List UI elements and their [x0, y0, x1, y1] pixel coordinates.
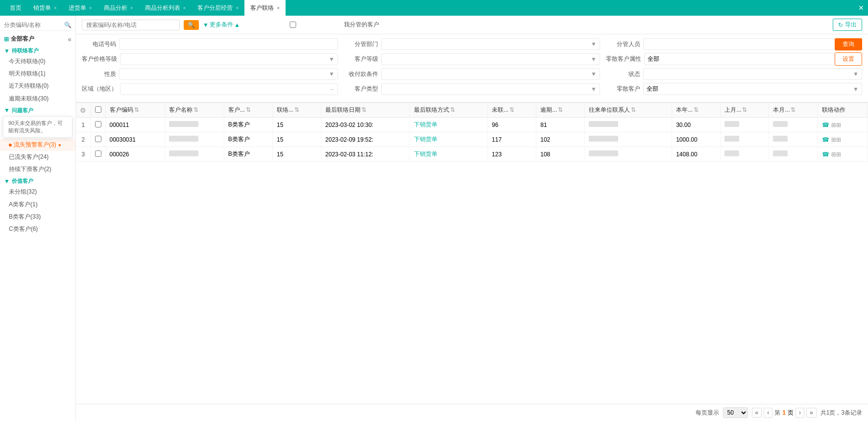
- row-checkbox-2[interactable]: [91, 147, 105, 162]
- my-customers-checkbox[interactable]: [244, 22, 342, 28]
- sort-icon-contact2: ⇅: [631, 106, 636, 113]
- row-contact-1: 15: [272, 132, 321, 147]
- row-overdue-1: 102: [536, 132, 585, 147]
- filter-select-3-1[interactable]: ▼: [381, 83, 600, 95]
- sidebar-item-2-1[interactable]: A类客户(1): [0, 198, 75, 211]
- export-button[interactable]: ↻ 导出: [833, 19, 862, 31]
- filter-input-0-0[interactable]: [119, 38, 338, 50]
- per-page-select[interactable]: 50 100 200: [723, 407, 748, 418]
- action-icon-phone-2[interactable]: ☎: [822, 151, 829, 158]
- tab-close-客户分层经营[interactable]: ×: [236, 5, 239, 11]
- filter-label-0-2: 分管人员: [606, 40, 640, 49]
- tab-close-销货单[interactable]: ×: [54, 5, 57, 11]
- pager: « ‹ 第 1 页 › »: [752, 408, 817, 418]
- sidebar-search-input[interactable]: [4, 22, 64, 28]
- tab-close-商品分析[interactable]: ×: [130, 5, 133, 11]
- col-header-lastDate[interactable]: 最后联络日期⇅: [321, 103, 410, 118]
- row-last-method-0[interactable]: 下销货单: [410, 118, 488, 132]
- col-header-contact[interactable]: 联络...⇅: [272, 103, 321, 118]
- tab-商品分析[interactable]: 商品分析×: [98, 0, 139, 16]
- query-button[interactable]: 查询: [835, 38, 862, 50]
- col-header-type[interactable]: 客户...⇅: [224, 103, 272, 118]
- col-header-code[interactable]: 客户编码⇅: [105, 103, 165, 118]
- prev-page-btn[interactable]: ‹: [764, 408, 772, 418]
- row-this-year-1: 1000.00: [672, 132, 721, 147]
- filter-select-2-1[interactable]: ▼: [381, 68, 600, 80]
- col-header-thisYear[interactable]: 本年...⇅: [672, 103, 721, 118]
- search-input[interactable]: [82, 20, 180, 30]
- sidebar-item-1-2[interactable]: 持续下滑客户(2): [0, 163, 75, 175]
- sidebar-item-2-0[interactable]: 未分组(32): [0, 186, 75, 198]
- row-checkbox-1[interactable]: [91, 132, 105, 147]
- all-customers-header[interactable]: ⊞ 全部客户 «: [0, 33, 75, 45]
- last-page-btn[interactable]: »: [806, 408, 817, 418]
- sidebar-item-1-0[interactable]: 流失预警客户(3)●: [0, 139, 75, 151]
- settings-gear-icon[interactable]: ⚙: [80, 106, 86, 114]
- tab-首页[interactable]: 首页: [4, 0, 27, 16]
- sidebar-item-0-0[interactable]: 今天待联络(0): [0, 55, 75, 68]
- row-this-year-2: 1408.00: [672, 147, 721, 162]
- tab-close-进货单[interactable]: ×: [89, 5, 92, 11]
- last-method-link-0[interactable]: 下销货单: [414, 121, 437, 128]
- my-customers-filter: 我分管的客户: [244, 21, 379, 29]
- tab-销货单[interactable]: 销货单×: [27, 0, 63, 16]
- sort-icon-name: ⇅: [193, 106, 198, 113]
- col-header-thisMonth[interactable]: 本月...⇅: [769, 103, 818, 118]
- settings-button[interactable]: 设置: [835, 52, 862, 66]
- next-page-btn[interactable]: ›: [796, 408, 804, 418]
- tab-客户联络[interactable]: 客户联络×: [244, 0, 286, 16]
- action-icon-phone-0[interactable]: ☎: [822, 122, 829, 128]
- filter-select-1-2[interactable]: 全部▼: [644, 53, 862, 65]
- sidebar-search-container: 🔍: [0, 20, 75, 31]
- col-header-overdue[interactable]: 逾期...⇅: [536, 103, 585, 118]
- tab-close-客户联络[interactable]: ×: [277, 5, 280, 11]
- action-icon-more-0[interactable]: ⊞⊞: [831, 122, 841, 128]
- tab-close-商品分析列表[interactable]: ×: [183, 5, 186, 11]
- filter-more-3-0[interactable]: ···: [120, 83, 338, 95]
- sidebar-section-title-1[interactable]: ▼问题客户: [0, 105, 75, 115]
- select-all-checkbox[interactable]: [95, 106, 101, 113]
- filter-label-1-0: 客户价格等级: [82, 55, 117, 63]
- sidebar-item-1-1[interactable]: 已流失客户(24): [0, 151, 75, 163]
- sidebar-section-title-0[interactable]: ▼待联络客户: [0, 45, 75, 55]
- row-type-1: B类客户: [224, 132, 272, 147]
- filter-select-3-2[interactable]: 全部▼: [643, 83, 862, 95]
- last-method-link-2[interactable]: 下销货单: [414, 150, 437, 157]
- filter-select-more-0-2[interactable]: ···: [643, 38, 862, 50]
- sidebar-item-0-1[interactable]: 明天待联络(1): [0, 68, 75, 80]
- row-checkbox-0[interactable]: [91, 118, 105, 132]
- row-last-date-2: 2023-02-03 11:12:: [321, 147, 410, 162]
- more-conditions-btn[interactable]: ▼ 更多条件 ▲: [203, 21, 240, 29]
- page-label-prefix: 第: [774, 409, 780, 417]
- search-button[interactable]: 🔍: [184, 20, 199, 30]
- filter-select-1-0[interactable]: ▼: [120, 53, 338, 65]
- col-header-contact2[interactable]: 往来单位联系人⇅: [585, 103, 672, 118]
- sidebar-item-0-3[interactable]: 逾期未联络(30): [0, 93, 75, 105]
- col-header-lastMonth[interactable]: 上月...⇅: [721, 103, 769, 118]
- sidebar-item-0-2[interactable]: 近7天待联络(0): [0, 80, 75, 92]
- col-header-lastMethod[interactable]: 最后联络方式⇅: [410, 103, 488, 118]
- tab-进货单[interactable]: 进货单×: [63, 0, 98, 16]
- tab-商品分析列表[interactable]: 商品分析列表×: [139, 0, 192, 16]
- last-method-link-1[interactable]: 下销货单: [414, 136, 437, 143]
- filter-select-1-1[interactable]: ▼: [381, 53, 600, 65]
- filter-select-2-0[interactable]: ▼: [119, 68, 338, 80]
- col-header-uncontacted[interactable]: 未联...⇅: [488, 103, 536, 118]
- sidebar-item-2-3[interactable]: C类客户(6): [0, 223, 75, 235]
- tab-客户分层经营[interactable]: 客户分层经营×: [192, 0, 244, 16]
- sidebar-section-title-2[interactable]: ▼价值客户: [0, 175, 75, 186]
- row-last-method-2[interactable]: 下销货单: [410, 147, 488, 162]
- filter-cell-0-2: 分管人员···: [606, 38, 862, 50]
- row-last-method-1[interactable]: 下销货单: [410, 132, 488, 147]
- filter-row-0: 电话号码分管部门▼分管人员···: [82, 38, 862, 50]
- row-this-month-1: [769, 132, 818, 147]
- close-all-tabs-btn[interactable]: ✕: [858, 4, 864, 12]
- filter-select-2-2[interactable]: ▼: [643, 68, 862, 80]
- first-page-btn[interactable]: «: [752, 408, 762, 418]
- action-icon-phone-1[interactable]: ☎: [822, 136, 829, 143]
- filter-select-0-1[interactable]: ▼: [381, 38, 600, 50]
- col-header-name[interactable]: 客户名称⇅: [165, 103, 224, 118]
- sidebar-item-2-2[interactable]: B类客户(33): [0, 211, 75, 223]
- action-icon-more-1[interactable]: ⊞⊞: [831, 136, 841, 143]
- action-icon-more-2[interactable]: ⊞⊞: [831, 151, 841, 158]
